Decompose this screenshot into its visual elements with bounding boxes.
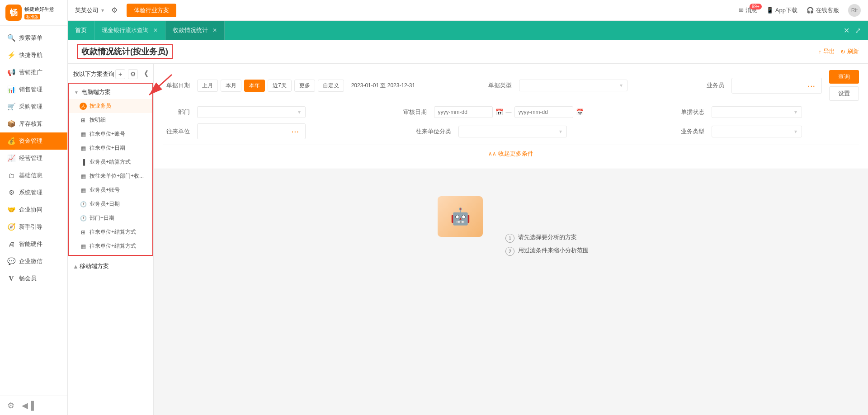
scheme-item-dept-date[interactable]: 🕐 部门+日期: [69, 211, 152, 225]
unit-category-select[interactable]: ▾: [458, 126, 567, 137]
doc-status-select[interactable]: ▾: [712, 106, 802, 118]
sidebar-item-base[interactable]: 🗂 基础信息: [0, 167, 67, 184]
bar-chart-icon: ▐: [80, 159, 87, 166]
gear-icon[interactable]: ⚙: [111, 6, 118, 14]
scheme-item-label: 业务员+日期: [90, 200, 120, 208]
scheme-item-unit-account[interactable]: ▦ 往来单位+账号: [69, 127, 152, 141]
empty-step-2: 2 用过滤条件来缩小分析范围: [505, 246, 589, 256]
chevron-down-icon: ▾: [794, 109, 797, 115]
sidebar-item-hardware[interactable]: 🖨 智能硬件: [0, 236, 67, 253]
window-close-icon[interactable]: ✕: [844, 26, 849, 35]
scheme-item-unit-dept-recv[interactable]: ▦ 按往来单位+部门+收...: [69, 169, 152, 183]
table-icon: ▦: [80, 187, 87, 194]
unit-select[interactable]: ···: [197, 123, 306, 139]
sidebar-item-finance[interactable]: 💰 资金管理: [0, 132, 67, 150]
sidebar: 畅 畅捷通好生意 标准版 🔍 搜索菜单 ⚡ 快捷导航 📢 营销推广 📊 销售管理…: [0, 0, 68, 415]
salesman-label: 业务员: [697, 81, 724, 90]
header-user[interactable]: 某某公司 ▾: [75, 6, 104, 14]
export-button[interactable]: ↑ 导出: [819, 47, 835, 56]
date-btn-this-year[interactable]: 本年: [244, 80, 265, 92]
collapsed-arrow-icon: ▶: [73, 264, 78, 268]
scheme-item-by-salesman[interactable]: 人 按业务员: [69, 99, 152, 113]
filter-area: 单据日期 上月 本月 本年 近7天 更多 自定义 2023-01-01 至 20…: [154, 64, 868, 169]
date-btn-7days[interactable]: 近7天: [268, 80, 292, 92]
scheme-item-salesman-date[interactable]: 🕐 业务员+日期: [69, 197, 152, 211]
step-number-2: 2: [505, 247, 514, 256]
group-label: 移动端方案: [80, 262, 109, 270]
tab-home[interactable]: 首页: [68, 21, 94, 40]
close-icon[interactable]: ✕: [153, 27, 158, 33]
sidebar-item-inventory[interactable]: 📦 库存核算: [0, 115, 67, 132]
pc-scheme-group-title[interactable]: ▼ 电脑端方案: [69, 85, 152, 99]
tab-bank[interactable]: 现金银行流水查询 ✕: [94, 21, 165, 40]
tab-receipt[interactable]: 收款情况统计 ✕: [165, 21, 225, 40]
logo-text: 畅捷通好生意 标准版: [24, 6, 54, 20]
biz-type-label: 业务类型: [677, 127, 704, 136]
refresh-button[interactable]: ↻ 刷新: [840, 47, 859, 56]
sidebar-item-guide[interactable]: 🧭 新手引导: [0, 218, 67, 236]
settings-button[interactable]: 设置: [829, 86, 859, 101]
inventory-icon: 📦: [7, 120, 15, 128]
avatar[interactable]: Rit: [848, 4, 861, 17]
scheme-item-by-detail[interactable]: ⊞ 按明细: [69, 113, 152, 127]
unit-category-label: 往来单位分类: [416, 127, 451, 136]
tabs-bar: 首页 现金银行流水查询 ✕ 收款情况统计 ✕ ✕ ⤢: [68, 21, 868, 40]
system-icon: ⚙: [7, 189, 15, 197]
sidebar-item-corp[interactable]: 🤝 企业协同: [0, 201, 67, 218]
empty-illustration: 🤖: [433, 196, 487, 250]
scheme-item-label: 业务员+账号: [90, 186, 120, 194]
review-date-end-input[interactable]: [514, 106, 573, 118]
scheme-header-title: 按以下方案查询: [73, 70, 114, 78]
sidebar-item-marketing[interactable]: 📢 营销推广: [0, 64, 67, 81]
dept-select[interactable]: ▾: [197, 106, 306, 118]
window-maximize-icon[interactable]: ⤢: [855, 26, 861, 35]
salesman-more-icon[interactable]: ···: [807, 80, 815, 91]
scheme-item-unit-method1[interactable]: ⊞ 往来单位+结算方式: [69, 225, 152, 239]
scheme-item-salesman-account[interactable]: ▦ 业务员+账号: [69, 183, 152, 197]
query-button[interactable]: 查询: [829, 70, 859, 84]
biz-type-select[interactable]: ▾: [712, 126, 802, 137]
filter-row-3: 往来单位 ··· 往来单位分类 ▾ 业务类型 ▾: [163, 123, 859, 139]
table-icon: ▦: [80, 173, 87, 180]
scheme-settings-button[interactable]: ⚙: [128, 69, 138, 79]
trial-button[interactable]: 体验行业方案: [127, 4, 176, 17]
scheme-item-label: 往来单位+日期: [90, 144, 125, 152]
sidebar-item-sales[interactable]: 📊 销售管理: [0, 81, 67, 98]
date-btn-last-month[interactable]: 上月: [197, 80, 218, 92]
sidebar-item-purchase[interactable]: 🛒 采购管理: [0, 98, 67, 115]
scheme-item-salesman-method[interactable]: ▐ 业务员+结算方式: [69, 155, 152, 169]
sidebar-item-search[interactable]: 🔍 搜索菜单: [0, 29, 67, 47]
scheme-collapse-button[interactable]: 《: [141, 70, 148, 79]
add-scheme-button[interactable]: +: [115, 69, 125, 79]
salesman-select[interactable]: ···: [731, 78, 822, 94]
collapse-more-button[interactable]: ∧∧ 收起更多条件: [163, 145, 859, 162]
doc-type-select[interactable]: ▾: [519, 80, 627, 91]
left-panel: 按以下方案查询 + ⚙ 《 ▼ 电脑端方案 人 按业务员: [68, 64, 154, 415]
sidebar-item-business[interactable]: 📈 经营管理: [0, 150, 67, 167]
sidebar-item-wechat[interactable]: 💬 企业微信: [0, 253, 67, 270]
settings-icon[interactable]: ⚙: [7, 401, 14, 410]
scheme-item-unit-method2[interactable]: ▦ 往来单位+结算方式: [69, 239, 152, 253]
sidebar-item-member[interactable]: V 畅会员: [0, 270, 67, 287]
annotation-box: ▼ 电脑端方案 人 按业务员 ⊞ 按明细 ▦ 往来单位+账号: [68, 83, 153, 256]
step-text-2: 用过滤条件来缩小分析范围: [518, 246, 589, 255]
member-icon: V: [7, 274, 15, 283]
unit-more-icon[interactable]: ···: [291, 126, 299, 137]
chevron-down-icon: ▾: [101, 7, 104, 14]
service-button[interactable]: 🎧 在线客服: [807, 6, 839, 14]
dept-label: 部门: [163, 108, 190, 116]
date-btn-custom[interactable]: 自定义: [318, 80, 344, 92]
scheme-item-unit-date[interactable]: ▦ 往来单位+日期: [69, 141, 152, 155]
marketing-icon: 📢: [7, 68, 15, 76]
message-button[interactable]: ✉ 消息 99+: [739, 6, 757, 14]
mobile-scheme-group-title[interactable]: ▶ 移动端方案: [68, 259, 153, 273]
sidebar-item-quicknav[interactable]: ⚡ 快捷导航: [0, 47, 67, 64]
app-download-button[interactable]: 📱 App下载: [766, 6, 797, 14]
sidebar-item-system[interactable]: ⚙ 系统管理: [0, 184, 67, 201]
date-btn-this-month[interactable]: 本月: [221, 80, 241, 92]
collapse-sidebar-icon[interactable]: ◀▐: [22, 401, 34, 410]
review-date-start-input[interactable]: [434, 106, 493, 118]
close-icon[interactable]: ✕: [212, 27, 217, 33]
date-btn-more[interactable]: 更多: [294, 80, 315, 92]
refresh-icon: ↻: [840, 48, 845, 55]
